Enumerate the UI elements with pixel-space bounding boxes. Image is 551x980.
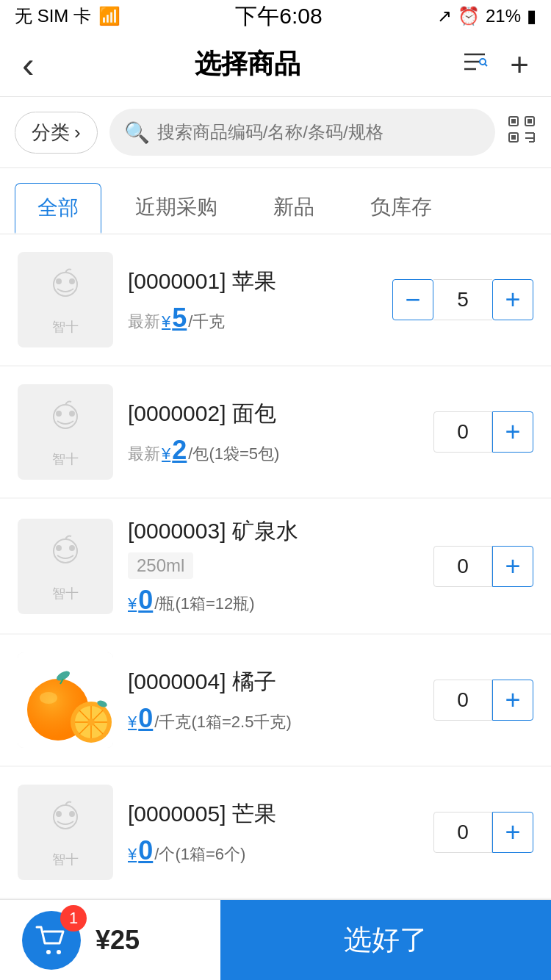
product-list: 智十 [0000001] 苹果 最新 ¥ 5 /千克 − + [0, 234, 551, 980]
confirm-button[interactable]: 选好了 [220, 900, 551, 980]
product-name: [0000004] 橘子 [128, 667, 419, 697]
scan-button[interactable] [507, 115, 536, 151]
battery-icon: ▮ [527, 6, 536, 26]
product-price: 最新 ¥ 2 /包(1袋=5包) [128, 435, 419, 466]
increase-button[interactable]: + [492, 546, 533, 587]
quantity-control: − + [392, 279, 533, 320]
svg-point-23 [69, 545, 75, 551]
cart-total: ¥25 [96, 925, 140, 956]
svg-point-22 [56, 545, 62, 551]
search-box[interactable]: 🔍 [109, 109, 495, 156]
product-name: [0000005] 芒果 [128, 799, 419, 829]
tab-new[interactable]: 新品 [251, 183, 336, 234]
svg-point-19 [56, 411, 62, 417]
placeholder-image: 智十 [18, 384, 113, 480]
product-item: 智十 [0000003] 矿泉水 250ml ¥ 0 /瓶(1箱=12瓶) 0 … [0, 499, 551, 633]
price-unit: /瓶(1箱=12瓶) [154, 593, 254, 615]
placeholder-image: 智十 [18, 785, 113, 880]
product-details: [0000001] 苹果 最新 ¥ 5 /千克 [128, 267, 378, 334]
product-details: [0000004] 橘子 ¥ 0 /千克(1箱=2.5千克) [128, 667, 419, 734]
svg-point-40 [69, 811, 75, 817]
increase-button[interactable]: + [492, 279, 533, 320]
product-price: ¥ 0 /个(1箱=6个) [128, 835, 419, 866]
wifi-icon: 📶 [98, 6, 120, 26]
location-icon: ↗ [437, 6, 452, 26]
price-currency: ¥ [128, 713, 137, 732]
svg-point-17 [69, 278, 75, 284]
category-arrow-icon: › [74, 121, 81, 144]
svg-point-16 [56, 278, 62, 284]
product-name: [0000003] 矿泉水 [128, 516, 419, 547]
tab-recent[interactable]: 近期采购 [113, 183, 240, 234]
nav-actions: + [461, 46, 529, 83]
product-item: 智十 [0000005] 芒果 ¥ 0 /个(1箱=6个) 0 + [0, 767, 551, 898]
svg-point-21 [54, 539, 77, 563]
svg-point-44 [46, 950, 51, 954]
product-name: [0000001] 苹果 [128, 267, 378, 297]
tab-all[interactable]: 全部 [15, 183, 101, 234]
svg-point-38 [54, 805, 77, 829]
price-unit: /千克(1箱=2.5千克) [154, 711, 291, 733]
price-unit: /包(1袋=5包) [188, 443, 279, 465]
filter-button[interactable] [461, 48, 488, 81]
bottom-bar: 1 ¥25 选好了 [0, 899, 551, 980]
category-button[interactable]: 分类 › [15, 112, 98, 154]
quantity-control: 0 + [433, 546, 533, 587]
placeholder-image: 智十 [18, 519, 113, 614]
cart-button[interactable]: 1 [22, 911, 81, 970]
status-bar: 无 SIM 卡 📶 下午6:08 ↗ ⏰ 21% ▮ [0, 0, 551, 32]
svg-point-36 [87, 718, 95, 726]
svg-point-45 [57, 950, 61, 954]
price-value: 0 [138, 585, 153, 616]
quantity-display: 0 [433, 812, 492, 853]
increase-button[interactable]: + [492, 680, 533, 721]
price-value: 0 [138, 703, 153, 734]
svg-rect-6 [511, 119, 516, 123]
status-right: ↗ ⏰ 21% ▮ [437, 6, 536, 26]
svg-line-4 [485, 64, 487, 66]
page-title: 选择商品 [195, 46, 300, 82]
svg-point-3 [480, 59, 486, 65]
decrease-button[interactable]: − [392, 279, 433, 320]
tab-negative[interactable]: 负库存 [348, 183, 454, 234]
cart-badge: 1 [60, 905, 87, 932]
product-item: 智十 [0000002] 面包 最新 ¥ 2 /包(1袋=5包) 0 + [0, 367, 551, 497]
product-image [18, 652, 113, 748]
back-button[interactable]: ‹ [22, 43, 35, 86]
svg-point-39 [56, 811, 62, 817]
product-image: 智十 [18, 252, 113, 347]
product-details: [0000005] 芒果 ¥ 0 /个(1箱=6个) [128, 799, 419, 866]
product-price: 最新 ¥ 5 /千克 [128, 303, 378, 334]
svg-rect-8 [527, 119, 532, 123]
product-price: ¥ 0 /千克(1箱=2.5千克) [128, 703, 419, 734]
svg-point-27 [40, 692, 57, 704]
add-button[interactable]: + [510, 46, 529, 83]
price-currency: ¥ [128, 845, 137, 864]
quantity-control: 0 + [433, 411, 533, 453]
svg-point-15 [54, 273, 77, 296]
increase-button[interactable]: + [492, 411, 533, 453]
price-unit: /千克 [188, 311, 225, 333]
cart-section: 1 ¥25 [0, 911, 220, 970]
svg-rect-10 [511, 135, 516, 140]
price-value: 5 [172, 303, 187, 334]
price-currency: ¥ [162, 312, 170, 331]
price-label: 最新 [128, 311, 160, 333]
price-value: 0 [138, 835, 153, 866]
product-image: 智十 [18, 384, 113, 480]
increase-button[interactable]: + [492, 812, 533, 853]
carrier-text: 无 SIM 卡 [15, 4, 91, 28]
product-spec: 250ml [128, 552, 193, 579]
product-image: 智十 [18, 519, 113, 614]
battery-text: 21% [486, 6, 521, 26]
price-currency: ¥ [128, 594, 137, 613]
quantity-control: 0 + [433, 680, 533, 721]
search-icon: 🔍 [124, 120, 150, 145]
filter-search-bar: 分类 › 🔍 [0, 97, 551, 168]
product-item: [0000004] 橘子 ¥ 0 /千克(1箱=2.5千克) 0 + [0, 635, 551, 765]
search-input[interactable] [157, 122, 480, 143]
quantity-input[interactable] [433, 279, 492, 320]
product-name: [0000002] 面包 [128, 399, 419, 429]
category-label: 分类 [32, 120, 70, 145]
status-time: 下午6:08 [235, 1, 322, 32]
